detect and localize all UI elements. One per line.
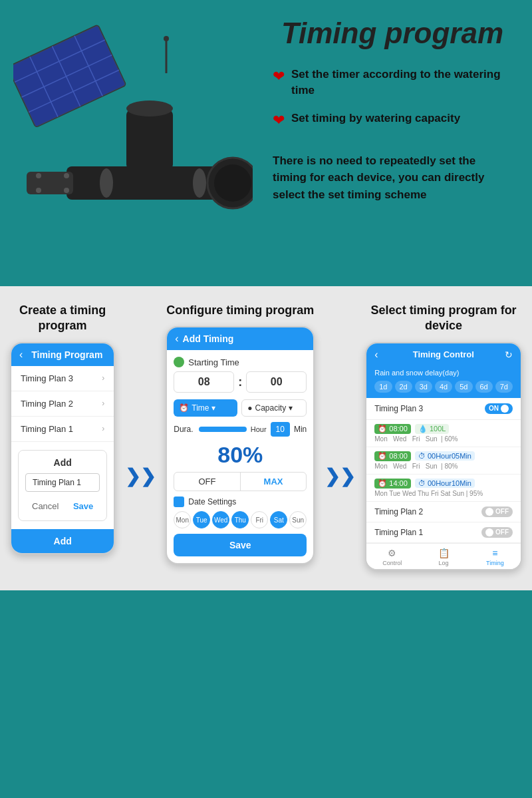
bullet-text-1: Set the timer according to the watering … xyxy=(291,67,512,99)
add-dialog: Add Timing Plan 1 Cancel Save xyxy=(18,450,107,521)
dura-box[interactable] xyxy=(199,427,247,432)
description-text: There is no need to repeatedly set the t… xyxy=(273,152,512,204)
dropdown-icon: ▾ xyxy=(211,403,215,413)
day-sun[interactable]: Sun xyxy=(289,511,307,528)
step1-title: Create a timing program xyxy=(10,303,115,334)
bullet-text-2: Set timing by watering capacity xyxy=(291,110,460,126)
pill-5d[interactable]: 5d xyxy=(455,381,472,393)
phone3-footer: ⚙ Control 📋 Log ≡ Timing xyxy=(366,543,521,569)
pill-6d[interactable]: 6d xyxy=(475,381,493,393)
plan2-header: Timing Plan 2 OFF xyxy=(366,502,521,522)
minute-box[interactable]: 00 xyxy=(246,371,307,393)
hour-label: Hour xyxy=(251,425,267,433)
plan3-name: Timing Plan 3 xyxy=(374,404,423,413)
heart-icon-2: ❤ xyxy=(273,112,285,129)
time-badge-1: ⏰ 08:00 xyxy=(374,424,411,434)
pill-3d[interactable]: 3d xyxy=(415,381,432,393)
bullet-1: ❤ Set the timer according to the waterin… xyxy=(273,67,512,99)
plan3-toggle[interactable]: ON xyxy=(485,403,513,414)
list-item[interactable]: Timing Plan 1 › xyxy=(11,417,114,442)
list-item-label: Timing Plan 3 xyxy=(21,373,73,383)
off-button[interactable]: OFF xyxy=(174,473,241,491)
svg-point-18 xyxy=(36,173,41,178)
phone1-list: Timing Plan 3 › Timing Plan 2 › Timing P… xyxy=(11,366,114,442)
day-thu[interactable]: Thu xyxy=(231,511,249,528)
dialog-input[interactable]: Timing Plan 1 xyxy=(25,473,100,492)
schedule-days-2: Mon Wed Fri Sun | 80% xyxy=(374,463,513,470)
footer-log[interactable]: 📋 Log xyxy=(418,548,469,566)
duration-badge-3: ⏱ 00Hour10Min xyxy=(415,479,475,488)
step2-column: Configure timing program ‹ Add Timing St… xyxy=(166,303,315,570)
schedule-item-1: ⏰ 08:00 💧 100L Mon Wed Fri Sun | 60% xyxy=(366,420,521,447)
pill-7d[interactable]: 7d xyxy=(495,381,513,393)
svg-point-15 xyxy=(214,164,251,202)
schedule-item-3: ⏰ 14:00 ⏱ 00Hour10Min Mon Tue Wed Thu Fr… xyxy=(366,475,521,502)
dropdown-icon-2: ▾ xyxy=(289,403,293,413)
toggle-circle-2 xyxy=(485,508,493,516)
schedule-days-3: Mon Tue Wed Thu Fri Sat Sun | 95% xyxy=(374,490,513,497)
day-fri[interactable]: Fri xyxy=(251,511,268,528)
days-row: Mon Tue Wed Thu Fri Sat Sun xyxy=(174,511,307,528)
timing-label: Timing xyxy=(486,560,504,566)
plan2-toggle[interactable]: OFF xyxy=(481,506,513,517)
day-mon[interactable]: Mon xyxy=(174,511,191,528)
day-sat[interactable]: Sat xyxy=(270,511,287,528)
phone2-back-icon[interactable]: ‹ xyxy=(175,333,178,345)
phone2-body: Starting Time 08 : 00 ⏰ Time ▾ xyxy=(167,350,313,563)
phone3-back-icon[interactable]: ‹ xyxy=(374,349,378,361)
pill-1d[interactable]: 1d xyxy=(374,381,392,393)
capacity-badge-1: 💧 100L xyxy=(415,424,450,434)
plan1-header: Timing Plan 1 OFF xyxy=(366,522,521,543)
cancel-button[interactable]: Cancel xyxy=(25,499,65,514)
save-button[interactable]: Save xyxy=(174,534,307,556)
list-item[interactable]: Timing Plan 2 › xyxy=(11,391,114,417)
dialog-buttons: Cancel Save xyxy=(25,499,100,514)
refresh-icon[interactable]: ↻ xyxy=(505,349,513,360)
phone3-body: Timing Plan 3 ON ⏰ 08:00 💧 100L Mon Wed … xyxy=(366,398,521,569)
page-title: Timing program xyxy=(273,17,512,50)
date-settings-section: Date Settings xyxy=(174,497,307,507)
save-button[interactable]: Save xyxy=(66,499,100,514)
plan1-toggle[interactable]: OFF xyxy=(481,527,513,538)
capacity-selector-label: Capacity xyxy=(255,403,287,413)
phone1-footer[interactable]: Add xyxy=(11,529,114,553)
pill-4d[interactable]: 4d xyxy=(435,381,452,393)
max-button[interactable]: MAX xyxy=(241,473,307,491)
phone1-back-icon[interactable]: ‹ xyxy=(19,349,23,361)
footer-control[interactable]: ⚙ Control xyxy=(366,548,418,566)
time-selector[interactable]: ⏰ Time ▾ xyxy=(174,399,237,417)
plan3-header: Timing Plan 3 ON xyxy=(366,398,521,420)
phone1-header: ‹ Timing Program xyxy=(11,343,114,366)
day-wed[interactable]: Wed xyxy=(212,511,229,528)
selector-row: ⏰ Time ▾ ● Capacity ▾ xyxy=(174,399,307,417)
time-row: 08 : 00 xyxy=(174,371,307,393)
min-value[interactable]: 10 xyxy=(271,422,290,437)
phone3-mockup: ‹ Timing Control ↻ Rain and snow delay(d… xyxy=(365,342,522,570)
step3-title: Select timing program for device xyxy=(365,303,522,334)
list-item[interactable]: Timing Plan 3 › xyxy=(11,366,114,391)
pill-2d[interactable]: 2d xyxy=(395,381,412,393)
add-button-label: Add xyxy=(18,536,107,546)
arrow-1: ❯❯ xyxy=(125,303,156,570)
hour-box[interactable]: 08 xyxy=(174,371,234,393)
device-illustration xyxy=(13,13,253,253)
svg-point-16 xyxy=(100,168,113,198)
phone2-header-title: Add Timing xyxy=(183,333,234,344)
schedule-row3: ⏰ 14:00 ⏱ 00Hour10Min xyxy=(374,479,513,489)
colon: : xyxy=(237,375,243,389)
starting-time-section: Starting Time xyxy=(174,357,307,367)
list-item-label: Timing Plan 1 xyxy=(21,424,73,434)
arrow-2: ❯❯ xyxy=(325,303,355,570)
clock-icon xyxy=(174,357,184,367)
phone1-header-title: Timing Program xyxy=(28,349,106,360)
footer-timing[interactable]: ≡ Timing xyxy=(469,548,521,566)
top-section: Timing program ❤ Set the timer according… xyxy=(0,0,532,286)
day-tue[interactable]: Tue xyxy=(193,511,210,528)
bullet-2: ❤ Set timing by watering capacity xyxy=(273,110,512,129)
toggle-on-label: ON xyxy=(489,405,499,412)
control-icon: ⚙ xyxy=(388,548,396,558)
toggle-off-label-3: OFF xyxy=(495,528,509,536)
chevron-icon: › xyxy=(102,424,104,433)
capacity-selector[interactable]: ● Capacity ▾ xyxy=(241,399,307,417)
device-image-container xyxy=(13,13,266,266)
